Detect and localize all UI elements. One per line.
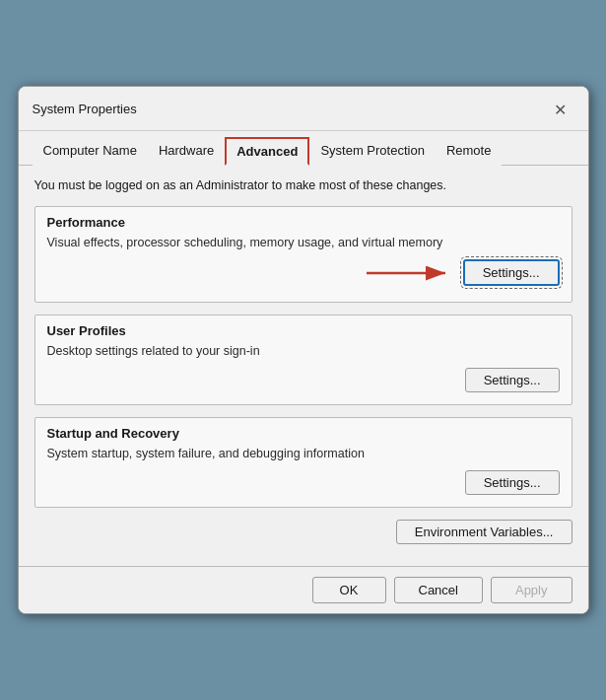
- cancel-button[interactable]: Cancel: [394, 577, 483, 603]
- admin-notice: You must be logged on as an Administrato…: [34, 177, 572, 195]
- startup-recovery-section: Startup and Recovery System startup, sys…: [34, 417, 572, 508]
- startup-recovery-btn-row: Settings...: [47, 470, 560, 495]
- performance-arrow-row: Settings...: [47, 259, 560, 286]
- titlebar: System Properties ✕: [19, 87, 588, 131]
- arrow-icon: [367, 261, 455, 285]
- user-profiles-section: User Profiles Desktop settings related t…: [34, 315, 572, 405]
- tab-remote[interactable]: Remote: [436, 137, 503, 166]
- tab-system-protection[interactable]: System Protection: [309, 137, 436, 166]
- performance-settings-button[interactable]: Settings...: [463, 259, 560, 286]
- env-variables-row: Environment Variables...: [34, 520, 572, 544]
- startup-recovery-desc: System startup, system failure, and debu…: [47, 447, 560, 460]
- dialog-footer: OK Cancel Apply: [19, 566, 588, 613]
- tab-computer-name[interactable]: Computer Name: [33, 137, 148, 166]
- close-button[interactable]: ✕: [547, 97, 574, 124]
- environment-variables-button[interactable]: Environment Variables...: [396, 520, 572, 544]
- ok-button[interactable]: OK: [312, 577, 386, 603]
- tab-advanced[interactable]: Advanced: [225, 137, 309, 166]
- tab-content: You must be logged on as an Administrato…: [19, 166, 588, 567]
- apply-button[interactable]: Apply: [491, 577, 572, 603]
- startup-recovery-title: Startup and Recovery: [47, 426, 560, 441]
- performance-desc: Visual effects, processor scheduling, me…: [47, 236, 560, 249]
- startup-recovery-settings-button[interactable]: Settings...: [465, 470, 560, 495]
- user-profiles-desc: Desktop settings related to your sign-in: [47, 344, 560, 358]
- tab-bar: Computer Name Hardware Advanced System P…: [19, 131, 588, 166]
- performance-section: Performance Visual effects, processor sc…: [34, 206, 572, 303]
- user-profiles-btn-row: Settings...: [47, 368, 560, 392]
- user-profiles-title: User Profiles: [47, 323, 560, 338]
- tab-hardware[interactable]: Hardware: [148, 137, 225, 166]
- window-title: System Properties: [33, 102, 137, 124]
- user-profiles-settings-button[interactable]: Settings...: [465, 368, 560, 392]
- system-properties-dialog: System Properties ✕ Computer Name Hardwa…: [18, 86, 589, 615]
- performance-title: Performance: [47, 215, 560, 230]
